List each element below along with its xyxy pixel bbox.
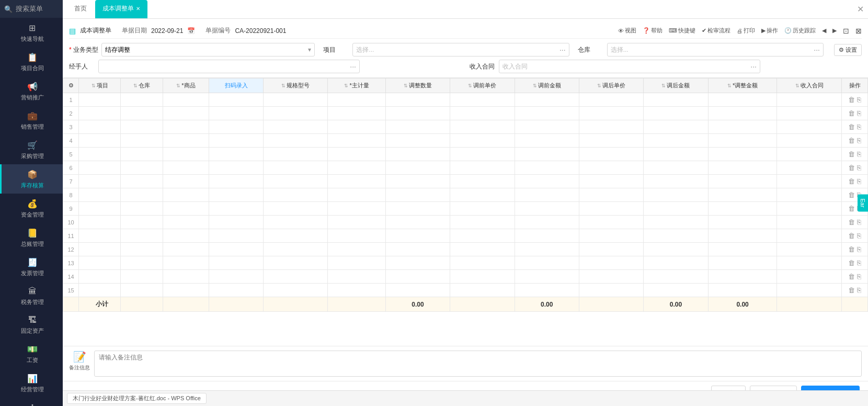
table-cell[interactable] [644,216,708,229]
table-cell[interactable] [264,120,328,134]
table-cell[interactable] [209,256,264,270]
table-cell[interactable] [450,93,515,107]
table-cell[interactable] [579,188,643,202]
table-cell[interactable] [328,202,385,216]
sidebar-item-sales-mgmt[interactable]: 💼 销售管理 [0,106,63,135]
table-cell[interactable] [121,148,163,161]
table-cell[interactable] [79,188,121,202]
table-cell[interactable] [515,134,579,148]
table-cell[interactable] [264,256,328,270]
tab-close-button[interactable]: ✕ [136,6,140,12]
delete-icon[interactable]: 🗑 [848,218,855,226]
table-cell[interactable] [579,216,643,229]
table-cell[interactable] [515,175,579,188]
table-cell[interactable] [708,202,777,216]
table-cell[interactable] [264,161,328,175]
table-cell[interactable] [644,161,708,175]
table-cell[interactable] [515,229,579,243]
toolbar-history[interactable]: 🕐历史跟踪 [784,27,816,35]
table-cell[interactable] [777,93,842,107]
table-cell[interactable] [708,148,777,161]
table-cell[interactable] [644,120,708,134]
table-cell[interactable] [209,229,264,243]
copy-icon[interactable]: ⎘ [857,259,861,267]
copy-icon[interactable]: ⎘ [857,218,861,226]
table-cell[interactable] [579,148,643,161]
table-cell[interactable] [644,107,708,120]
delete-icon[interactable]: 🗑 [848,137,855,144]
tab-cost-adjust[interactable]: 成本调整单 ✕ [95,0,147,18]
table-cell[interactable] [264,243,328,256]
table-cell[interactable] [385,202,450,216]
sidebar-item-project-contract[interactable]: 📋 项目合同 [0,47,63,76]
delete-icon[interactable]: 🗑 [848,123,855,131]
table-cell[interactable] [264,134,328,148]
table-cell[interactable] [163,161,209,175]
col-scan[interactable]: 扫码录入 [209,78,264,93]
table-cell[interactable] [777,229,842,243]
table-cell[interactable] [579,107,643,120]
table-cell[interactable] [328,229,385,243]
toolbar-nav-next[interactable]: ▶ [832,27,837,34]
table-cell[interactable] [209,284,264,297]
table-cell[interactable] [385,188,450,202]
table-cell[interactable] [385,216,450,229]
col-settings[interactable]: ⚙ [63,78,79,93]
handler-input[interactable]: ··· [98,60,360,73]
copy-icon[interactable]: ⎘ [857,177,861,185]
table-cell[interactable] [385,256,450,270]
sidebar-item-inventory[interactable]: 📦 库存核算 [0,164,63,194]
table-cell[interactable] [79,243,121,256]
table-cell[interactable] [209,120,264,134]
table-cell[interactable] [385,175,450,188]
table-cell[interactable] [450,229,515,243]
tab-home[interactable]: 首页 [67,0,94,18]
table-cell[interactable] [777,175,842,188]
delete-icon[interactable]: 🗑 [848,205,855,212]
sidebar-item-basic-info[interactable]: ℹ 基础信息 [0,398,63,406]
table-cell[interactable] [121,216,163,229]
window-close-button[interactable]: ✕ [857,4,864,14]
table-cell[interactable] [264,270,328,284]
table-cell[interactable] [385,284,450,297]
table-cell[interactable] [209,148,264,161]
toolbar-nav-prev[interactable]: ◀ [822,27,826,34]
table-cell[interactable] [163,188,209,202]
table-cell[interactable] [163,243,209,256]
table-cell[interactable] [385,243,450,256]
table-cell[interactable] [209,107,264,120]
table-cell[interactable] [515,107,579,120]
toolbar-shortcut[interactable]: ⌨快捷键 [669,27,695,35]
table-cell[interactable] [708,134,777,148]
table-cell[interactable] [264,229,328,243]
table-cell[interactable] [264,202,328,216]
table-cell[interactable] [385,161,450,175]
income-contract-input[interactable]: 收入合同 ··· [499,60,760,73]
table-cell[interactable] [708,270,777,284]
table-cell[interactable] [777,134,842,148]
table-cell[interactable] [264,148,328,161]
copy-icon[interactable]: ⎘ [857,286,861,294]
table-cell[interactable] [450,175,515,188]
table-cell[interactable] [328,256,385,270]
table-cell[interactable] [121,229,163,243]
table-cell[interactable] [644,93,708,107]
table-cell[interactable] [121,93,163,107]
table-cell[interactable] [209,175,264,188]
table-cell[interactable] [777,107,842,120]
table-cell[interactable] [515,216,579,229]
table-cell[interactable] [777,161,842,175]
table-cell[interactable] [385,148,450,161]
toolbar-action[interactable]: ▶操作 [761,27,778,35]
table-cell[interactable] [209,134,264,148]
table-cell[interactable] [328,175,385,188]
table-cell[interactable] [515,256,579,270]
col-income-contract[interactable]: ⇅收入合同 [777,78,842,93]
table-cell[interactable] [385,107,450,120]
table-cell[interactable] [777,243,842,256]
table-cell[interactable] [644,188,708,202]
table-cell[interactable] [515,188,579,202]
sidebar-item-ledger-mgmt[interactable]: 📒 总账管理 [0,223,63,252]
table-cell[interactable] [79,175,121,188]
settings-button[interactable]: ⚙ 设置 [834,44,862,56]
